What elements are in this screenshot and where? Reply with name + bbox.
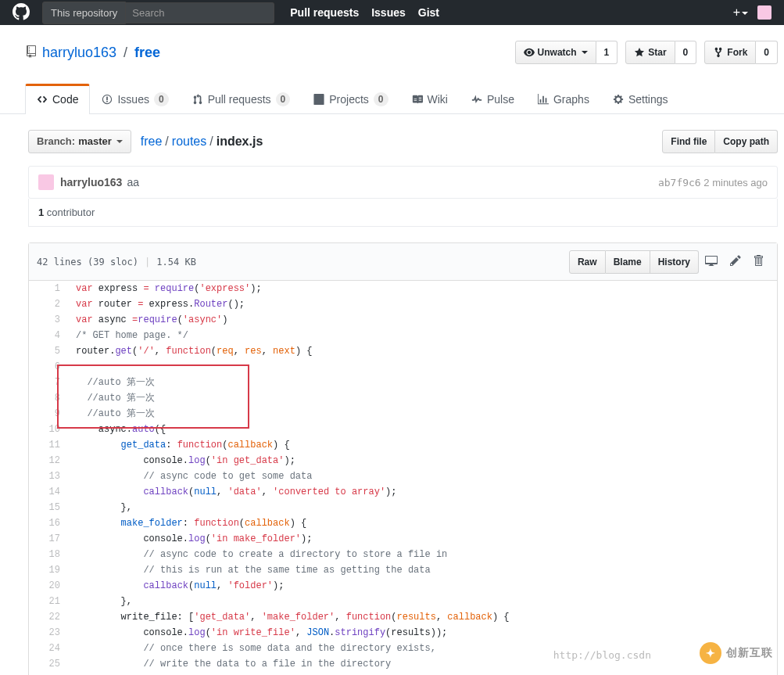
- user-avatar-icon[interactable]: [757, 5, 771, 20]
- line-number[interactable]: 1: [29, 281, 68, 296]
- tab-projects[interactable]: Projects 0: [302, 84, 399, 114]
- line-number[interactable]: 10: [29, 422, 68, 437]
- line-content[interactable]: /* GET home page. */: [68, 328, 777, 343]
- line-content[interactable]: async.auto({: [68, 422, 777, 437]
- line-number[interactable]: 3: [29, 312, 68, 328]
- nav-gist[interactable]: Gist: [418, 6, 439, 19]
- commit-avatar-icon[interactable]: [38, 174, 54, 190]
- commit-message[interactable]: aa: [127, 176, 139, 188]
- code-line: 20 callback(null, 'folder');: [29, 578, 777, 594]
- line-content[interactable]: callback(null, 'folder');: [68, 578, 777, 594]
- tab-settings[interactable]: Settings: [601, 84, 680, 114]
- line-number[interactable]: 15: [29, 500, 68, 515]
- search-input[interactable]: [126, 2, 274, 23]
- create-new-dropdown[interactable]: +: [733, 5, 748, 20]
- line-number[interactable]: 19: [29, 562, 68, 578]
- repo-name-link[interactable]: free: [134, 45, 160, 60]
- tab-pulse[interactable]: Pulse: [460, 84, 526, 114]
- line-content[interactable]: callback(null, 'filename');: [68, 672, 777, 675]
- eye-icon: [524, 47, 535, 58]
- trash-icon[interactable]: [747, 250, 769, 274]
- copy-path-button[interactable]: Copy path: [715, 130, 778, 153]
- tab-graphs[interactable]: Graphs: [526, 84, 601, 114]
- line-content[interactable]: router.get('/', function(req, res, next)…: [68, 343, 777, 359]
- line-content[interactable]: //auto 第一次: [68, 390, 777, 406]
- tab-graphs-label: Graphs: [553, 93, 589, 106]
- line-content[interactable]: console.log('in make_folder');: [68, 531, 777, 547]
- line-content[interactable]: console.log('in get_data');: [68, 453, 777, 469]
- commit-author[interactable]: harryluo163: [60, 176, 122, 188]
- line-content[interactable]: // write the data to a file in the direc…: [68, 656, 777, 672]
- line-content[interactable]: // async code to get some data: [68, 469, 777, 484]
- line-number[interactable]: 26: [29, 672, 68, 675]
- star-button[interactable]: Star: [625, 41, 675, 64]
- tab-pulls[interactable]: Pull requests 0: [181, 84, 303, 114]
- line-number[interactable]: 24: [29, 641, 68, 656]
- fork-count[interactable]: 0: [756, 41, 778, 64]
- line-number[interactable]: 21: [29, 594, 68, 609]
- line-content[interactable]: //auto 第一次: [68, 406, 777, 422]
- line-content[interactable]: var router = express.Router();: [68, 296, 777, 312]
- line-content[interactable]: // async code to create a directory to s…: [68, 547, 777, 562]
- crumb-root[interactable]: free: [141, 135, 163, 148]
- line-content[interactable]: },: [68, 594, 777, 609]
- line-content[interactable]: get_data: function(callback) {: [68, 437, 777, 453]
- tab-projects-label: Projects: [329, 93, 369, 106]
- branch-select[interactable]: Branch: master: [28, 130, 131, 153]
- github-logo-icon[interactable]: [13, 3, 30, 23]
- line-number[interactable]: 4: [29, 328, 68, 343]
- crumb-routes[interactable]: routes: [172, 135, 206, 148]
- line-number[interactable]: 12: [29, 453, 68, 469]
- nav-pull-requests[interactable]: Pull requests: [290, 6, 359, 19]
- line-content[interactable]: make_folder: function(callback) {: [68, 515, 777, 531]
- contributors-box: 1 contributor: [28, 199, 778, 227]
- edit-icon[interactable]: [724, 250, 747, 274]
- line-number[interactable]: 11: [29, 437, 68, 453]
- repo-owner-link[interactable]: harryluo163: [42, 45, 116, 60]
- branch-label: Branch:: [37, 134, 75, 149]
- commit-box: harryluo163 aa ab7f9c6 2 minutes ago: [28, 166, 778, 199]
- desktop-icon[interactable]: [699, 250, 724, 274]
- blame-button[interactable]: Blame: [606, 250, 650, 274]
- line-number[interactable]: 8: [29, 390, 68, 406]
- fork-button[interactable]: Fork: [704, 41, 756, 64]
- tab-issues[interactable]: Issues 0: [90, 84, 180, 114]
- line-number[interactable]: 18: [29, 547, 68, 562]
- commit-sha[interactable]: ab7f9c6: [658, 177, 701, 188]
- history-button[interactable]: History: [650, 250, 699, 274]
- code-line: 11 get_data: function(callback) {: [29, 437, 777, 453]
- line-content[interactable]: var express = require('express');: [68, 281, 777, 296]
- line-content[interactable]: write_file: ['get_data', 'make_folder', …: [68, 609, 777, 625]
- line-number[interactable]: 23: [29, 625, 68, 641]
- line-number[interactable]: 20: [29, 578, 68, 594]
- line-number[interactable]: 5: [29, 343, 68, 359]
- line-number[interactable]: 13: [29, 469, 68, 484]
- line-content[interactable]: callback(null, 'data', 'converted to arr…: [68, 484, 777, 500]
- find-file-button[interactable]: Find file: [662, 130, 715, 153]
- line-content[interactable]: // once there is some data and the direc…: [68, 641, 777, 656]
- raw-button[interactable]: Raw: [569, 250, 606, 274]
- line-number[interactable]: 7: [29, 375, 68, 390]
- line-content[interactable]: var async =require('async'): [68, 312, 777, 328]
- line-number[interactable]: 25: [29, 656, 68, 672]
- line-content[interactable]: //auto 第一次: [68, 375, 777, 390]
- line-content[interactable]: // this is run at the same time as getti…: [68, 562, 777, 578]
- line-content[interactable]: },: [68, 500, 777, 515]
- tab-settings-label: Settings: [628, 93, 668, 106]
- line-number[interactable]: 22: [29, 609, 68, 625]
- line-number[interactable]: 14: [29, 484, 68, 500]
- watch-count[interactable]: 1: [596, 41, 618, 64]
- nav-issues[interactable]: Issues: [371, 6, 406, 19]
- tab-wiki[interactable]: Wiki: [400, 84, 460, 114]
- line-number[interactable]: 17: [29, 531, 68, 547]
- line-number[interactable]: 16: [29, 515, 68, 531]
- line-number[interactable]: 9: [29, 406, 68, 422]
- line-number[interactable]: 6: [29, 359, 68, 375]
- tab-code[interactable]: Code: [25, 84, 90, 114]
- star-count[interactable]: 0: [675, 41, 697, 64]
- line-content[interactable]: console.log('in write_file', JSON.string…: [68, 625, 777, 641]
- unwatch-button[interactable]: Unwatch: [515, 41, 596, 64]
- line-content[interactable]: [68, 359, 777, 375]
- line-number[interactable]: 2: [29, 296, 68, 312]
- contributor-label: contributor: [44, 206, 95, 218]
